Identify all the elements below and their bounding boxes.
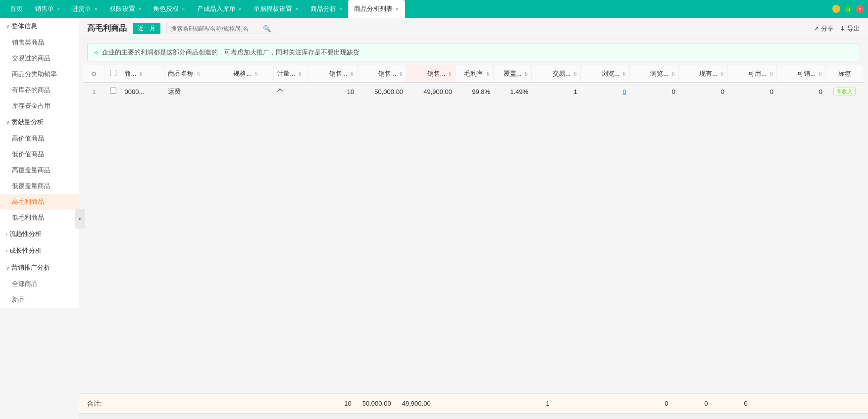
col-header-unit[interactable]: 计量... ⇅ — [274, 65, 308, 83]
sidebar-group-trend[interactable]: › 流趋性分析 — [0, 226, 79, 242]
share-button[interactable]: ↗ 分享 — [814, 24, 834, 33]
arrow-overall: ∨ — [6, 24, 9, 29]
cell-gross-rate: 99.8% — [456, 83, 494, 100]
sidebar-item-high-coverage[interactable]: 高覆盖量商品 — [0, 162, 79, 178]
info-icon: ✧ — [94, 49, 99, 56]
col-header-available[interactable]: 可用... ⇅ — [727, 65, 776, 83]
cell-browse1[interactable]: 0 — [581, 83, 630, 100]
cell-current: 0 — [678, 83, 727, 100]
col-header-check[interactable] — [105, 65, 121, 83]
col-header-cover-rate[interactable]: 覆盖... ⇅ — [494, 65, 532, 83]
cell-check[interactable] — [105, 83, 121, 100]
nav-item-production[interactable]: 产成品入库单 × — [191, 0, 248, 18]
sidebar-item-traded-goods[interactable]: 交易过的商品 — [0, 50, 79, 66]
sort-gross-rate-icon: ⇅ — [486, 72, 490, 77]
sort-trade-icon: ⇅ — [573, 72, 577, 77]
nav-item-permission[interactable]: 权限设置 × — [103, 0, 147, 18]
col-header-name[interactable]: 商品名称 ⇅ — [165, 65, 230, 83]
col-header-sales-amount[interactable]: 销售... ⇅ — [357, 65, 407, 83]
close-analysis-list-tab[interactable]: × — [396, 6, 399, 12]
arrow-marketing: ∨ — [6, 265, 9, 271]
sidebar-collapse-button[interactable]: « — [75, 209, 85, 229]
sidebar-group-growth[interactable]: › 成长性分析 — [0, 242, 79, 259]
nav-item-product-analysis[interactable]: 商品分析 × — [305, 0, 348, 18]
col-header-sales-qty[interactable]: 销售... ⇅ — [308, 65, 357, 83]
export-button[interactable]: ⬇ 导出 — [840, 24, 860, 33]
sidebar-item-high-margin[interactable]: 高毛利商品 — [0, 194, 79, 210]
sidebar-item-new-goods[interactable]: 新品 — [0, 292, 79, 308]
sort-current-icon: ⇅ — [720, 72, 724, 77]
sidebar-item-low-margin[interactable]: 低毛利商品 — [0, 210, 79, 226]
cell-tag: 高收入 — [825, 83, 864, 100]
sort-saleable-icon: ⇅ — [818, 72, 822, 77]
sidebar-item-all-goods[interactable]: 全部商品 — [0, 276, 79, 292]
row-checkbox[interactable] — [110, 88, 116, 94]
nav-item-home[interactable]: 首页 — [4, 0, 29, 18]
cell-code: 0000... — [121, 83, 165, 100]
page-title: 高毛利商品 — [87, 23, 127, 34]
sort-browse2-icon: ⇅ — [671, 72, 675, 77]
close-analysis-tab[interactable]: × — [339, 6, 342, 12]
period-button[interactable]: 近一月 — [133, 23, 160, 34]
col-header-browse1[interactable]: 浏览... ⇅ — [581, 65, 630, 83]
col-header-current[interactable]: 现有... ⇅ — [678, 65, 727, 83]
info-banner: ✧ 企业的主要的利润都是这部分商品创造的，可考虑加大推广，同时关注库存是不要出现… — [87, 44, 860, 61]
footer-sales-qty: 10 — [315, 400, 355, 407]
sidebar-group-contribution[interactable]: ∨ 贡献量分析 — [0, 114, 79, 131]
share-icon: ↗ — [814, 25, 819, 32]
header-actions: ↗ 分享 ⬇ 导出 — [814, 24, 860, 33]
content-header: 高毛利商品 近一月 🔍 ↗ 分享 ⬇ 导出 — [79, 18, 868, 40]
nav-item-template[interactable]: 单据模板设置 × — [248, 0, 304, 18]
maximize-button[interactable]: □ — [844, 5, 852, 13]
footer-totals: 合计: 10 50,000.00 49,900.00 — [79, 393, 868, 413]
close-button[interactable]: × — [856, 5, 864, 13]
sort-unit-icon: ⇅ — [298, 72, 302, 77]
sidebar-wrapper: ∨ 整体信息 销售类商品 交易过的商品 商品分类助销率 有库存的商品 库存资金占… — [0, 18, 79, 419]
col-header-spec[interactable]: 规格... ⇅ — [230, 65, 274, 83]
sidebar-item-sales-goods[interactable]: 销售类商品 — [0, 35, 79, 50]
search-input[interactable] — [171, 25, 263, 32]
close-purchase-tab[interactable]: × — [94, 6, 97, 12]
cell-cover-rate: 1.49% — [494, 83, 532, 100]
sort-browse1-icon: ⇅ — [622, 72, 626, 77]
cell-sales-amount: 50,000.00 — [357, 83, 407, 100]
sidebar-item-high-value[interactable]: 高价值商品 — [0, 131, 79, 146]
close-permission-tab[interactable]: × — [138, 6, 141, 12]
col-header-browse2[interactable]: 浏览... ⇅ — [629, 65, 678, 83]
sidebar-item-in-stock[interactable]: 有库存的商品 — [0, 82, 79, 98]
col-header-trade[interactable]: 交易... ⇅ — [532, 65, 581, 83]
col-header-code[interactable]: 商... ⇅ — [121, 65, 165, 83]
cell-sales-cost: 49,900.00 — [407, 83, 456, 100]
select-all-checkbox[interactable] — [110, 70, 116, 76]
col-header-saleable[interactable]: 可销... ⇅ — [776, 65, 825, 83]
table-header-row: ⚙ 商... ⇅ 商品名称 ⇅ — [83, 65, 864, 83]
minimize-button[interactable]: − — [832, 5, 840, 13]
nav-item-sales[interactable]: 销售单 × — [29, 0, 66, 18]
sidebar-item-capital-occupation[interactable]: 库存资金占用 — [0, 98, 79, 114]
footer-sales-amount: 50,000.00 — [355, 400, 394, 407]
close-sales-tab[interactable]: × — [57, 6, 60, 12]
sidebar-item-low-value[interactable]: 低价值商品 — [0, 146, 79, 162]
export-icon: ⬇ — [840, 25, 845, 32]
sort-cover-rate-icon: ⇅ — [524, 72, 528, 77]
col-header-sales-cost[interactable]: 销售... ⇅ — [407, 65, 456, 83]
sort-code-icon: ⇅ — [139, 72, 143, 77]
close-production-tab[interactable]: × — [239, 6, 242, 12]
sidebar-item-category-rate[interactable]: 商品分类助销率 — [0, 66, 79, 82]
horizontal-scrollbar[interactable] — [79, 413, 868, 419]
close-role-tab[interactable]: × — [182, 6, 185, 12]
nav-item-purchase[interactable]: 进货单 × — [66, 0, 103, 18]
sidebar-group-marketing[interactable]: ∨ 营销推广分析 — [0, 259, 79, 276]
col-header-tag[interactable]: 标签 — [825, 65, 864, 83]
arrow-growth: › — [6, 248, 7, 254]
search-icon[interactable]: 🔍 — [263, 25, 271, 32]
nav-item-analysis-list[interactable]: 商品分析列表 × — [348, 0, 405, 18]
sidebar-item-low-coverage[interactable]: 低覆盖量商品 — [0, 178, 79, 194]
sidebar-group-overall[interactable]: ∨ 整体信息 — [0, 18, 79, 35]
col-header-gross-rate[interactable]: 毛利率 ⇅ — [456, 65, 494, 83]
footer-saleable: 0 — [711, 400, 751, 407]
nav-item-role[interactable]: 角色授权 × — [147, 0, 191, 18]
col-header-settings[interactable]: ⚙ — [83, 65, 105, 83]
arrow-contribution: ∨ — [6, 120, 9, 125]
close-template-tab[interactable]: × — [295, 6, 298, 12]
